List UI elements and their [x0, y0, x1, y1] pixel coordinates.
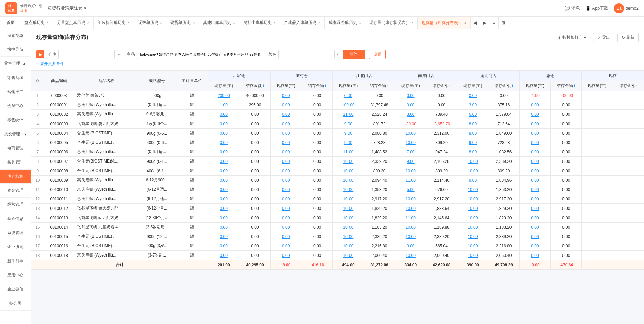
- total-stock[interactable]: 0.00: [519, 100, 550, 110]
- total-stock[interactable]: 0.00: [519, 166, 550, 176]
- total-stock[interactable]: 0.00: [519, 110, 550, 119]
- factory-stock[interactable]: 0.00: [208, 213, 239, 223]
- sidebar-item-wholesale[interactable]: 批发管理 ▾: [0, 127, 31, 141]
- na-stock[interactable]: 10.00: [395, 204, 426, 213]
- factory-stock[interactable]: 0.00: [208, 129, 239, 138]
- yb-stock[interactable]: 9.00: [457, 138, 488, 147]
- col-settings-icon[interactable]: ⚙: [31, 71, 44, 91]
- sidebar-item-operation[interactable]: 经营管理: [0, 198, 31, 212]
- close-icon[interactable]: ×: [233, 21, 235, 25]
- jb-stock[interactable]: 9.00: [333, 119, 364, 129]
- factory-stock[interactable]: 0.00: [208, 138, 239, 147]
- factory-stock[interactable]: 0.00: [208, 241, 239, 251]
- jb-stock[interactable]: 10.00: [333, 213, 364, 223]
- sidebar-item-retail-stats[interactable]: 零售统计: [0, 113, 31, 127]
- yb-stock[interactable]: 8.00: [457, 119, 488, 129]
- chen-stock[interactable]: 0.00: [270, 232, 302, 241]
- tab-material-outbound[interactable]: 材料出库单历史×: [239, 17, 280, 29]
- total-stock[interactable]: 0.00: [519, 223, 550, 232]
- tab-dept-inventory[interactable]: 分量盘点单历史×: [53, 17, 94, 29]
- sidebar-item-purchase[interactable]: 采购管理: [0, 155, 31, 170]
- close-icon[interactable]: ×: [87, 21, 89, 25]
- na-stock[interactable]: 10.00: [395, 232, 426, 241]
- factory-stock[interactable]: 0.00: [208, 232, 239, 241]
- yb-stock[interactable]: 10.00: [457, 166, 488, 176]
- chen-stock[interactable]: 0.00: [270, 204, 302, 213]
- yb-stock[interactable]: 0.00: [457, 91, 488, 100]
- factory-stock[interactable]: 0.00: [208, 251, 239, 260]
- jb-stock[interactable]: 9.00: [333, 138, 364, 147]
- jb-stock[interactable]: 109.00: [333, 100, 364, 110]
- jb-stock[interactable]: 10.00: [333, 232, 364, 241]
- tab-other-outbound[interactable]: 其他出库单历史×: [199, 17, 239, 29]
- close-icon[interactable]: ×: [128, 21, 130, 25]
- sidebar-item-apps[interactable]: 应用中心: [0, 268, 31, 282]
- na-stock[interactable]: 11.00: [395, 176, 426, 185]
- close-icon[interactable]: ×: [193, 21, 195, 25]
- na-stock[interactable]: 10.00: [395, 129, 426, 138]
- tab-cost-adjust[interactable]: 成本调整单历史×: [325, 17, 365, 29]
- chen-stock[interactable]: 0.00: [270, 176, 302, 185]
- sidebar-item-guide[interactable]: 新手引导: [0, 254, 31, 268]
- factory-stock[interactable]: 0.00: [208, 176, 239, 185]
- total-stock[interactable]: 0.00: [519, 232, 550, 241]
- jb-stock[interactable]: 10.00: [333, 166, 364, 176]
- sidebar-item-member[interactable]: 会员中心: [0, 99, 31, 113]
- na-stock[interactable]: 3.00: [395, 110, 426, 119]
- app-download-button[interactable]: 📱 App下载: [585, 5, 608, 11]
- tab-prev-button[interactable]: ◀: [470, 17, 480, 29]
- na-stock[interactable]: 0.00: [395, 100, 426, 110]
- jb-stock[interactable]: 11.00: [333, 147, 364, 157]
- warehouse-input[interactable]: [58, 50, 115, 59]
- expand-conditions-button[interactable]: ≡ 展开更多条件: [36, 61, 639, 67]
- chen-stock[interactable]: 0.00: [270, 91, 302, 100]
- chen-stock[interactable]: 0.00: [270, 241, 302, 251]
- close-icon[interactable]: ×: [47, 21, 49, 25]
- yb-stock[interactable]: 3.00: [457, 100, 488, 110]
- total-stock[interactable]: 0.00: [519, 251, 550, 260]
- jb-stock[interactable]: 10.00: [333, 194, 364, 204]
- sidebar-item-inventory[interactable]: 库存核算: [0, 170, 31, 184]
- close-icon[interactable]: ×: [318, 21, 320, 25]
- jb-stock[interactable]: 11.00: [333, 110, 364, 119]
- jb-stock[interactable]: 10.00: [333, 251, 364, 260]
- tab-combo-disassemble[interactable]: 组装折卸单历史×: [94, 17, 134, 29]
- sidebar-item-enterprise[interactable]: 企业协同: [0, 240, 31, 254]
- jb-stock[interactable]: 9.00: [333, 129, 364, 138]
- na-stock[interactable]: 10.00: [395, 138, 426, 147]
- tab-stock-dist[interactable]: 现存量（库存分布表）×: [418, 17, 470, 29]
- yb-stock[interactable]: 8.00: [457, 147, 488, 157]
- na-stock[interactable]: -39.00: [395, 119, 426, 129]
- yb-stock[interactable]: 10.00: [457, 251, 488, 260]
- total-stock[interactable]: 0.00: [519, 241, 550, 251]
- total-stock[interactable]: 0.00: [519, 176, 550, 185]
- sidebar-item-search[interactable]: 搜索英单: [0, 29, 31, 43]
- jb-stock[interactable]: 10.00: [333, 185, 364, 194]
- na-stock[interactable]: 5.00: [395, 185, 426, 194]
- product-input[interactable]: [137, 50, 264, 59]
- chen-stock[interactable]: 0.00: [270, 194, 302, 204]
- chen-stock[interactable]: 0.00: [270, 223, 302, 232]
- chen-stock[interactable]: 0.00: [270, 110, 302, 119]
- tab-home[interactable]: 首页: [1, 17, 20, 29]
- tab-transfer[interactable]: 调拨单历史×: [134, 17, 167, 29]
- yb-stock[interactable]: 10.00: [457, 204, 488, 213]
- na-stock[interactable]: 10.00: [395, 166, 426, 176]
- tab-next-button[interactable]: ▶: [480, 17, 489, 29]
- sidebar-item-retail-mgmt[interactable]: 零售管理 ▲: [0, 57, 31, 71]
- factory-stock[interactable]: 0.00: [208, 166, 239, 176]
- close-icon[interactable]: ×: [412, 21, 414, 25]
- yb-stock[interactable]: 10.00: [457, 223, 488, 232]
- factory-stock[interactable]: 0.00: [208, 110, 239, 119]
- user-menu[interactable]: Ea demo2: [614, 3, 639, 13]
- chen-stock[interactable]: 0.00: [270, 138, 302, 147]
- factory-stock[interactable]: 0.00: [208, 157, 239, 166]
- yb-stock[interactable]: 10.00: [457, 185, 488, 194]
- close-icon[interactable]: ×: [464, 21, 466, 25]
- yb-stock[interactable]: 9.00: [457, 176, 488, 185]
- export-button[interactable]: ↗ 导出: [593, 33, 614, 42]
- chen-stock[interactable]: 0.00: [270, 213, 302, 223]
- chen-stock[interactable]: 0.00: [270, 185, 302, 194]
- factory-stock[interactable]: 0.00: [208, 119, 239, 129]
- chen-stock[interactable]: 0.00: [270, 147, 302, 157]
